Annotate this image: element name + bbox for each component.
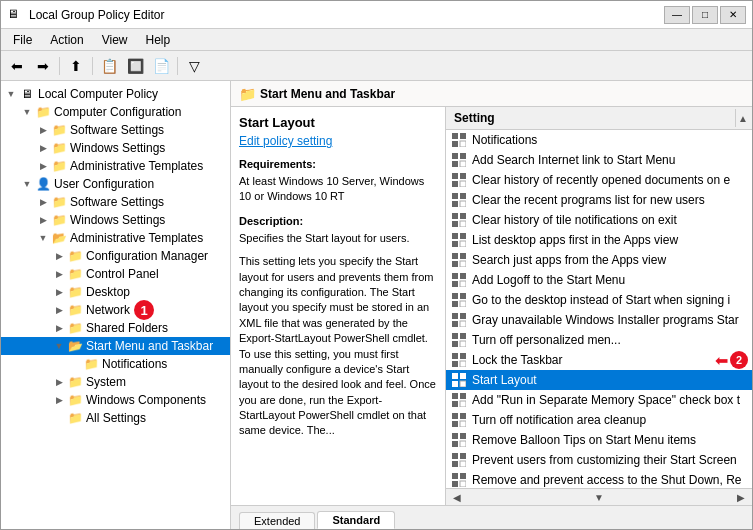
menu-file[interactable]: File <box>5 31 40 49</box>
tree-item-windows-settings-2[interactable]: ▶ 📁 Windows Settings <box>1 211 230 229</box>
show-hide-tree-button[interactable]: 📋 <box>97 55 121 77</box>
expand-system[interactable]: ▶ <box>51 374 67 390</box>
expand-software-settings-2[interactable]: ▶ <box>35 194 51 210</box>
setting-row-search-apps[interactable]: Search just apps from the Apps view <box>446 250 752 270</box>
policy-setting-icon <box>450 211 468 229</box>
window-controls: — □ ✕ <box>664 6 746 24</box>
back-button[interactable]: ⬅ <box>5 55 29 77</box>
tree-item-all-settings[interactable]: 📁 All Settings <box>1 409 230 427</box>
setting-row-turn-off-personalized[interactable]: Turn off personalized men... <box>446 330 752 350</box>
setting-row-clear-tile[interactable]: Clear history of tile notifications on e… <box>446 210 752 230</box>
expand-windows-settings-2[interactable]: ▶ <box>35 212 51 228</box>
expand-notifications[interactable] <box>67 356 83 372</box>
folder-icon: 📁 <box>83 356 99 372</box>
tab-standard[interactable]: Standard <box>317 511 395 529</box>
tree-item-windows-components[interactable]: ▶ 📁 Windows Components <box>1 391 230 409</box>
policy-setting-icon <box>450 411 468 429</box>
expand-windows-components[interactable]: ▶ <box>51 392 67 408</box>
tree-item-local-computer-policy[interactable]: ▼ 🖥 Local Computer Policy <box>1 85 230 103</box>
setting-row-add-search[interactable]: Add Search Internet link to Start Menu <box>446 150 752 170</box>
maximize-button[interactable]: □ <box>692 6 718 24</box>
tree-item-config-manager[interactable]: ▶ 📁 Configuration Manager <box>1 247 230 265</box>
tree-label: Local Computer Policy <box>38 87 158 101</box>
setting-row-lock-taskbar[interactable]: Lock the Taskbar ⬅ 2 <box>446 350 752 370</box>
tree-item-notifications[interactable]: 📁 Notifications <box>1 355 230 373</box>
tree-item-software-settings-2[interactable]: ▶ 📁 Software Settings <box>1 193 230 211</box>
svg-rect-38 <box>452 321 458 327</box>
expand-windows-settings-1[interactable]: ▶ <box>35 140 51 156</box>
tree-item-windows-settings-1[interactable]: ▶ 📁 Windows Settings <box>1 139 230 157</box>
expand-user-config[interactable]: ▼ <box>19 176 35 192</box>
setting-row-turn-off-notif[interactable]: Turn off notification area cleanup <box>446 410 752 430</box>
expand-config-manager[interactable]: ▶ <box>51 248 67 264</box>
scroll-left-arrow[interactable]: ◀ <box>450 490 464 504</box>
close-button[interactable]: ✕ <box>720 6 746 24</box>
tree-label: Configuration Manager <box>86 249 208 263</box>
setting-row-remove-access[interactable]: Remove and prevent access to the Shut Do… <box>446 470 752 488</box>
svg-rect-57 <box>460 413 466 419</box>
forward-button[interactable]: ➡ <box>31 55 55 77</box>
body-text: This setting lets you specify the Start … <box>231 252 445 445</box>
scroll-up-arrow[interactable]: ▲ <box>736 111 750 125</box>
tree-label: Windows Settings <box>70 141 165 155</box>
menu-help[interactable]: Help <box>138 31 179 49</box>
setting-row-notifications[interactable]: Notifications <box>446 130 752 150</box>
expand-shared-folders[interactable]: ▶ <box>51 320 67 336</box>
tree-item-user-configuration[interactable]: ▼ 👤 User Configuration <box>1 175 230 193</box>
expand-local-policy[interactable]: ▼ <box>3 86 19 102</box>
setting-row-clear-history[interactable]: Clear history of recently opened documen… <box>446 170 752 190</box>
tree-label: Administrative Templates <box>70 231 203 245</box>
setting-row-start-layout[interactable]: Start Layout <box>446 370 752 390</box>
setting-row-go-desktop[interactable]: Go to the desktop instead of Start when … <box>446 290 752 310</box>
menu-action[interactable]: Action <box>42 31 91 49</box>
expand-start-menu[interactable]: ▼ <box>51 338 67 354</box>
svg-rect-42 <box>452 341 458 347</box>
expand-admin-templates-2[interactable]: ▼ <box>35 230 51 246</box>
tree-item-desktop[interactable]: ▶ 📁 Desktop <box>1 283 230 301</box>
expand-admin-templates-1[interactable]: ▶ <box>35 158 51 174</box>
tree-label: Network <box>86 303 130 317</box>
tree-item-shared-folders[interactable]: ▶ 📁 Shared Folders <box>1 319 230 337</box>
setting-row-remove-balloon[interactable]: Remove Balloon Tips on Start Menu items <box>446 430 752 450</box>
svg-rect-43 <box>460 341 466 347</box>
svg-rect-44 <box>452 353 458 359</box>
policy-setting-icon <box>450 171 468 189</box>
scroll-right-arrow[interactable]: ▶ <box>734 490 748 504</box>
policy-link[interactable]: Edit policy setting <box>231 134 445 154</box>
folder-icon: 📁 <box>67 410 83 426</box>
setting-row-list-desktop[interactable]: List desktop apps first in the Apps view <box>446 230 752 250</box>
tree-item-computer-configuration[interactable]: ▼ 📁 Computer Configuration <box>1 103 230 121</box>
minimize-button[interactable]: — <box>664 6 690 24</box>
filter-button[interactable]: ▽ <box>182 55 206 77</box>
app-icon: 🖥 <box>7 7 23 23</box>
setting-row-add-logoff[interactable]: Add Logoff to the Start Menu <box>446 270 752 290</box>
svg-rect-5 <box>460 153 466 159</box>
up-button[interactable]: ⬆ <box>64 55 88 77</box>
setting-row-gray-unavailable[interactable]: Gray unavailable Windows Installer progr… <box>446 310 752 330</box>
tree-item-admin-templates-2[interactable]: ▼ 📂 Administrative Templates <box>1 229 230 247</box>
svg-rect-27 <box>460 261 466 267</box>
expand-control-panel[interactable]: ▶ <box>51 266 67 282</box>
expand-all-settings[interactable] <box>51 410 67 426</box>
setting-row-add-run[interactable]: Add "Run in Separate Memory Space" check… <box>446 390 752 410</box>
tree-item-system[interactable]: ▶ 📁 System <box>1 373 230 391</box>
tree-item-software-settings-1[interactable]: ▶ 📁 Software Settings <box>1 121 230 139</box>
window-title: Local Group Policy Editor <box>29 8 164 22</box>
properties-button[interactable]: 🔲 <box>123 55 147 77</box>
scroll-down-arrow[interactable]: ▼ <box>592 490 606 504</box>
tree-item-network[interactable]: ▶ 📁 Network 1 <box>1 301 230 319</box>
tree-label: Windows Settings <box>70 213 165 227</box>
setting-row-clear-recent[interactable]: Clear the recent programs list for new u… <box>446 190 752 210</box>
tab-extended[interactable]: Extended <box>239 512 315 529</box>
tree-item-start-menu-taskbar[interactable]: ▼ 📂 Start Menu and Taskbar <box>1 337 230 355</box>
expand-software-settings-1[interactable]: ▶ <box>35 122 51 138</box>
expand-network[interactable]: ▶ <box>51 302 67 318</box>
menu-view[interactable]: View <box>94 31 136 49</box>
setting-row-prevent-users[interactable]: Prevent users from customizing their Sta… <box>446 450 752 470</box>
tree-item-control-panel[interactable]: ▶ 📁 Control Panel <box>1 265 230 283</box>
svg-rect-30 <box>452 281 458 287</box>
help-button[interactable]: 📄 <box>149 55 173 77</box>
tree-item-admin-templates-1[interactable]: ▶ 📁 Administrative Templates <box>1 157 230 175</box>
expand-computer-config[interactable]: ▼ <box>19 104 35 120</box>
expand-desktop[interactable]: ▶ <box>51 284 67 300</box>
